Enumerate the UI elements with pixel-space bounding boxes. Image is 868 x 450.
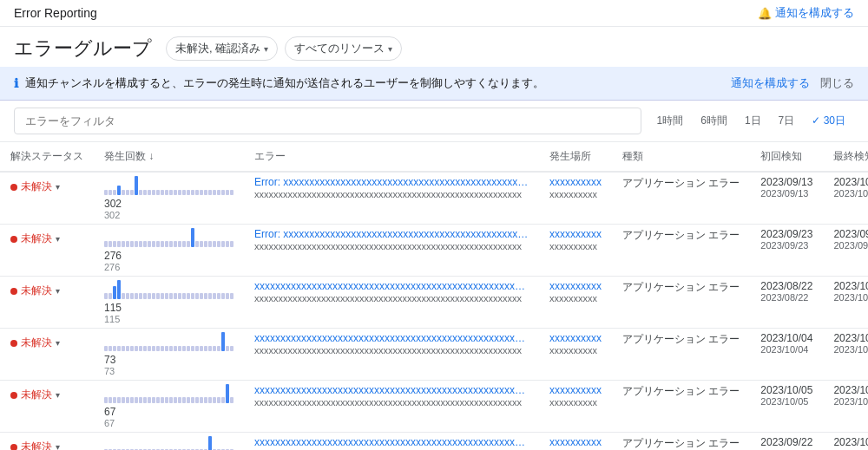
svg-rect-20 xyxy=(191,190,194,195)
error-cell: xxxxxxxxxxxxxxxxxxxxxxxxxxxxxxxxxxxxxxxx… xyxy=(244,329,539,381)
svg-rect-72 xyxy=(156,293,160,299)
svg-rect-119 xyxy=(230,346,233,351)
table-row: 未解決 ▾ 302 302 Error: xxxxxxxxxxxxxxxxxxx… xyxy=(0,172,868,225)
time-1d-button[interactable]: 1日 xyxy=(736,108,770,134)
location-secondary-text: xxxxxxxxxx xyxy=(549,345,602,355)
error-secondary-text: xxxxxxxxxxxxxxxxxxxxxxxxxxxxxxxxxxxxxxxx… xyxy=(254,189,529,199)
status-badge[interactable]: 未解決 ▾ xyxy=(10,440,83,450)
svg-rect-3 xyxy=(117,186,121,195)
svg-rect-55 xyxy=(213,241,216,247)
svg-rect-143 xyxy=(204,397,207,403)
svg-rect-106 xyxy=(174,346,177,351)
svg-rect-98 xyxy=(139,346,142,351)
last-seen-sub: 2023/09/25 xyxy=(833,240,868,251)
banner-configure-link[interactable]: 通知を構成する xyxy=(731,75,810,91)
svg-rect-49 xyxy=(187,241,190,247)
configure-notification-link[interactable]: 🔔 通知を構成する xyxy=(758,5,854,21)
error-primary-text[interactable]: xxxxxxxxxxxxxxxxxxxxxxxxxxxxxxxxxxxxxxxx… xyxy=(254,384,529,396)
status-cell: 未解決 ▾ xyxy=(0,277,94,329)
svg-rect-69 xyxy=(143,293,147,299)
count-value: 276 xyxy=(104,250,233,262)
time-7d-button[interactable]: 7日 xyxy=(770,108,804,134)
svg-rect-16 xyxy=(174,190,177,195)
status-badge[interactable]: 未解決 ▾ xyxy=(10,232,83,246)
svg-rect-29 xyxy=(230,190,233,195)
svg-rect-111 xyxy=(195,346,199,351)
location-secondary-text: xxxxxxxxxx xyxy=(549,293,602,303)
count-cell: 73 73 xyxy=(94,329,244,381)
error-dot xyxy=(10,184,17,191)
status-chip[interactable]: 未解決, 確認済み ▾ xyxy=(166,36,278,61)
error-dot xyxy=(10,288,17,295)
error-primary-text[interactable]: xxxxxxxxxxxxxxxxxxxxxxxxxxxxxxxxxxxxxxxx… xyxy=(254,436,529,448)
last-seen-sub: 2023/10/03 xyxy=(833,292,868,303)
error-primary-text[interactable]: xxxxxxxxxxxxxxxxxxxxxxxxxxxxxxxxxxxxxxxx… xyxy=(254,332,529,344)
svg-rect-101 xyxy=(152,346,155,351)
status-badge[interactable]: 未解決 ▾ xyxy=(10,179,83,194)
status-badge[interactable]: 未解決 ▾ xyxy=(10,336,83,350)
status-cell: 未解決 ▾ xyxy=(0,381,94,433)
sparkline-chart xyxy=(104,384,233,403)
location-primary-text[interactable]: xxxxxxxxxx xyxy=(549,436,602,448)
last-seen-sub: 2023/10/05 xyxy=(833,396,868,407)
info-banner-text: ℹ 通知チャンネルを構成すると、エラーの発生時に通知が送信されるユーザーを制御し… xyxy=(14,75,544,91)
error-cell: Error: xxxxxxxxxxxxxxxxxxxxxxxxxxxxxxxxx… xyxy=(244,225,539,277)
status-badge[interactable]: 未解決 ▾ xyxy=(10,284,83,298)
svg-rect-11 xyxy=(152,190,155,195)
error-dot xyxy=(10,444,17,451)
location-primary-text[interactable]: xxxxxxxxxx xyxy=(549,280,602,292)
col-count[interactable]: 発生回数 ↓ xyxy=(94,142,244,172)
time-1h-button[interactable]: 1時間 xyxy=(648,108,693,134)
location-primary-text[interactable]: xxxxxxxxxx xyxy=(549,176,602,188)
svg-rect-41 xyxy=(152,241,155,247)
svg-rect-1 xyxy=(108,190,112,195)
svg-rect-174 xyxy=(208,436,212,450)
svg-rect-130 xyxy=(148,397,151,403)
error-dot xyxy=(10,392,17,399)
banner-close-button[interactable]: 閉じる xyxy=(820,75,854,91)
svg-rect-24 xyxy=(208,190,212,195)
svg-rect-34 xyxy=(122,241,125,247)
svg-rect-54 xyxy=(208,241,212,247)
error-primary-text[interactable]: Error: xxxxxxxxxxxxxxxxxxxxxxxxxxxxxxxxx… xyxy=(254,176,529,188)
svg-rect-39 xyxy=(143,241,147,247)
svg-rect-146 xyxy=(217,397,220,403)
svg-rect-80 xyxy=(191,293,194,299)
filter-input[interactable] xyxy=(14,108,641,134)
error-primary-text[interactable]: xxxxxxxxxxxxxxxxxxxxxxxxxxxxxxxxxxxxxxxx… xyxy=(254,280,529,292)
resource-chip[interactable]: すべてのリソース ▾ xyxy=(285,36,402,61)
count-sub-value: 73 xyxy=(104,366,233,376)
filter-bar: 1時間 6時間 1日 7日 30日 xyxy=(0,101,868,142)
svg-rect-35 xyxy=(126,241,129,247)
status-cell: 未解決 ▾ xyxy=(0,225,94,277)
svg-rect-121 xyxy=(108,397,112,403)
svg-rect-64 xyxy=(122,293,125,299)
location-primary-text[interactable]: xxxxxxxxxx xyxy=(549,384,602,396)
svg-rect-79 xyxy=(187,293,190,299)
svg-rect-102 xyxy=(156,346,160,351)
svg-rect-147 xyxy=(221,397,225,403)
location-primary-text[interactable]: xxxxxxxxxx xyxy=(549,228,602,240)
svg-rect-73 xyxy=(161,293,164,299)
svg-rect-75 xyxy=(169,293,173,299)
svg-rect-93 xyxy=(117,346,121,351)
error-primary-text[interactable]: Error: xxxxxxxxxxxxxxxxxxxxxxxxxxxxxxxxx… xyxy=(254,228,529,240)
svg-rect-126 xyxy=(130,397,134,403)
svg-rect-128 xyxy=(139,397,142,403)
svg-rect-28 xyxy=(226,190,229,195)
type-cell: アプリケーション エラー xyxy=(612,225,750,277)
last-seen-sub: 2023/10/05 xyxy=(833,344,868,355)
table-row: 未解決 ▾ 73 73 xxxxxxxxxxxxxxxxxxxxxxxxxxxx… xyxy=(0,329,868,381)
status-badge[interactable]: 未解決 ▾ xyxy=(10,388,83,402)
svg-rect-91 xyxy=(108,346,112,351)
svg-rect-129 xyxy=(143,397,147,403)
time-30d-button[interactable]: 30日 xyxy=(803,108,854,134)
svg-rect-137 xyxy=(178,397,181,403)
sparkline-chart xyxy=(104,176,233,195)
svg-rect-2 xyxy=(113,190,116,195)
svg-rect-136 xyxy=(174,397,177,403)
info-banner: ℹ 通知チャンネルを構成すると、エラーの発生時に通知が送信されるユーザーを制御し… xyxy=(0,67,868,101)
time-6h-button[interactable]: 6時間 xyxy=(692,108,736,134)
svg-rect-21 xyxy=(195,190,199,195)
location-primary-text[interactable]: xxxxxxxxxx xyxy=(549,332,602,344)
